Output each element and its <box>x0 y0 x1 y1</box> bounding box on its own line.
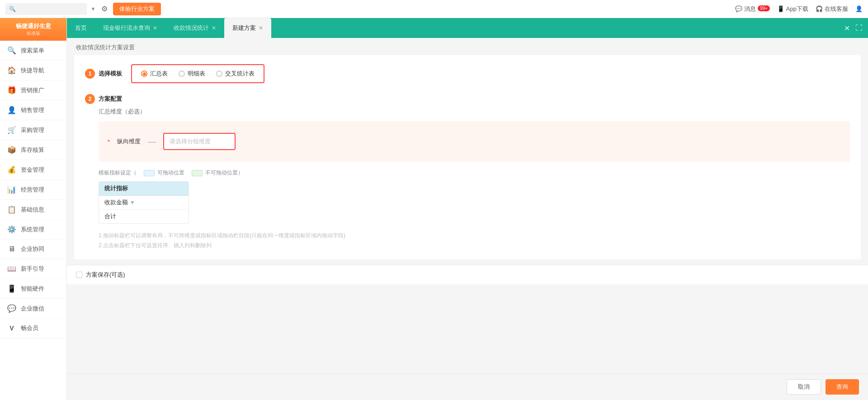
config-content: 汇总维度（必选） * 纵向维度 — 请选择分组维度 <box>85 108 850 250</box>
dropdown-arrow-icon[interactable]: ▼ <box>90 6 96 12</box>
close-icon[interactable]: ✕ <box>844 24 850 33</box>
not-movable-color-box <box>192 170 203 176</box>
radio-summary[interactable]: 汇总表 <box>141 70 168 78</box>
hardware-icon: 📱 <box>7 284 16 293</box>
tab-bar: 首页 现金银行流水查询 ✕ 收款情况统计 ✕ 新建方案 ✕ ✕ ⛶ <box>67 18 868 38</box>
tip2-text: 2.点击标题栏下拉可设置排序、插入列和删除列 <box>99 241 212 251</box>
content-area: 首页 现金银行流水查询 ✕ 收款情况统计 ✕ 新建方案 ✕ ✕ ⛶ 收款情况统计… <box>67 18 868 400</box>
member-icon: V <box>7 325 16 332</box>
sidebar-item-collab[interactable]: 🖥 企业协同 <box>0 240 66 259</box>
info-icon: 📋 <box>7 205 16 214</box>
message-icon: 💬 <box>735 5 742 12</box>
chart-icon: 📊 <box>7 185 16 194</box>
page-content: 收款情况统计方案设置 1 选择模板 汇总表 明细表 <box>67 38 868 373</box>
step2-row: 2 方案配置 <box>85 94 850 104</box>
radio-circle-cross[interactable] <box>216 71 222 77</box>
col-dropdown-icon[interactable]: ▼ <box>130 199 135 206</box>
step1-num: 1 <box>85 69 95 79</box>
sidebar-item-system[interactable]: ⚙️ 系统管理 <box>0 220 66 240</box>
step1-row: 1 选择模板 汇总表 明细表 交叉统计表 <box>85 64 850 83</box>
search-icon: 🔍 <box>9 6 16 12</box>
sidebar-item-guide[interactable]: 📖 新手引导 <box>0 259 66 279</box>
collab-icon: 🖥 <box>7 245 16 253</box>
movable-color-box <box>144 170 155 176</box>
sidebar-item-operation[interactable]: 📊 经营管理 <box>0 180 66 200</box>
logo: 畅捷通好生意 标准版 <box>0 18 66 41</box>
form-section: 1 选择模板 汇总表 明细表 交叉统计表 <box>74 55 861 259</box>
step2-label: 方案配置 <box>99 95 122 103</box>
stat-table-col-row[interactable]: 收款金额 ▼ <box>99 196 189 210</box>
user-icon: 👤 <box>855 5 863 12</box>
download-icon: 📱 <box>777 5 784 12</box>
home-icon: 🏠 <box>7 66 16 75</box>
gift-icon: 🎁 <box>7 86 16 94</box>
sidebar-item-member[interactable]: V 畅会员 <box>0 319 66 338</box>
stat-table-header: 统计指标 <box>99 182 189 196</box>
indicator-meta-row: 模板指标设定（ 可拖动位置 不可拖动位置） <box>99 169 850 177</box>
tab-bar-right: ✕ ⛶ <box>844 24 868 33</box>
tab-cash-flow[interactable]: 现金银行流水查询 ✕ <box>95 18 165 38</box>
tab-home[interactable]: 首页 <box>67 18 95 38</box>
search-icon: 🔍 <box>7 46 16 55</box>
tab-close-cash-flow[interactable]: ✕ <box>153 25 157 31</box>
sidebar-item-search[interactable]: 🔍 搜索菜单 <box>0 41 66 61</box>
indicator-section: 模板指标设定（ 可拖动位置 不可拖动位置） <box>99 169 850 250</box>
tab-new-plan[interactable]: 新建方案 ✕ <box>224 18 271 38</box>
query-button[interactable]: 查询 <box>826 379 859 395</box>
tip2-row: 2.点击标题栏下拉可设置排序、插入列和删除列 <box>99 241 850 251</box>
footer-bar: 取消 查询 <box>67 373 868 400</box>
tab-close-collection-stat[interactable]: ✕ <box>212 25 216 31</box>
sidebar-item-finance[interactable]: 💰 资金管理 <box>0 160 66 180</box>
dimension-field-label: 纵向维度 <box>117 137 141 146</box>
sidebar: 畅捷通好生意 标准版 🔍 搜索菜单 🏠 快捷导航 🎁 营销推广 👤 销售管理 🛒… <box>0 18 67 400</box>
sidebar-item-nav[interactable]: 🏠 快捷导航 <box>0 61 66 80</box>
tip1-text: 1.拖动标题栏可以调整布局，不可跨维度或指标区域拖动栏目段(只能在同一维度或指标… <box>99 231 345 241</box>
sidebar-item-basic[interactable]: 📋 基础信息 <box>0 200 66 220</box>
money-icon: 💰 <box>7 165 16 174</box>
user-avatar[interactable]: 👤 <box>855 5 863 12</box>
movable-badge: 可拖动位置 <box>144 169 184 177</box>
indicator-title-text: 模板指标设定（ <box>99 169 137 177</box>
tab-close-new-plan[interactable]: ✕ <box>259 25 263 31</box>
col-label-item: 收款金额 ▼ <box>104 198 135 207</box>
asterisk-icon: * <box>108 138 110 145</box>
sidebar-item-hardware[interactable]: 📱 智能硬件 <box>0 279 66 299</box>
main-layout: 畅捷通好生意 标准版 🔍 搜索菜单 🏠 快捷导航 🎁 营销推广 👤 销售管理 🛒… <box>0 18 868 400</box>
sidebar-item-wechat[interactable]: 💬 企业微信 <box>0 299 66 319</box>
sidebar-item-purchase[interactable]: 🛒 采购管理 <box>0 120 66 140</box>
service-icon: 🎧 <box>816 5 823 12</box>
dimension-select[interactable]: 请选择分组维度 <box>163 133 236 150</box>
dimension-row: * 纵向维度 — 请选择分组维度 <box>108 133 236 150</box>
message-item[interactable]: 💬 消息 99+ <box>735 5 770 13</box>
top-bar-right: 💬 消息 99+ 📱 App下载 🎧 在线客服 👤 <box>735 5 863 13</box>
box-icon: 📦 <box>7 146 16 154</box>
cart-icon: 🛒 <box>7 126 16 134</box>
guide-icon: 📖 <box>7 264 16 273</box>
search-box[interactable]: 🔍 <box>5 3 87 15</box>
save-checkbox[interactable] <box>76 272 82 278</box>
settings-icon: ⚙️ <box>7 225 16 234</box>
save-label: 方案保存(可选) <box>86 271 125 279</box>
trial-button[interactable]: 体验行业方案 <box>113 3 161 15</box>
step2-num: 2 <box>85 94 95 104</box>
radio-cross[interactable]: 交叉统计表 <box>216 70 255 78</box>
radio-detail[interactable]: 明细表 <box>179 70 205 78</box>
gear-icon[interactable]: ⚙ <box>101 5 108 13</box>
download-item[interactable]: 📱 App下载 <box>777 5 808 13</box>
expand-icon[interactable]: ⛶ <box>855 24 863 32</box>
stat-table-sum-row: 合计 <box>99 210 189 223</box>
wechat-icon: 💬 <box>7 304 16 313</box>
save-row: 方案保存(可选) <box>67 265 868 284</box>
sidebar-item-inventory[interactable]: 📦 库存核算 <box>0 140 66 160</box>
sidebar-item-marketing[interactable]: 🎁 营销推广 <box>0 80 66 100</box>
sidebar-item-sales[interactable]: 👤 销售管理 <box>0 100 66 120</box>
cancel-button[interactable]: 取消 <box>787 379 821 395</box>
radio-circle-summary[interactable] <box>141 71 147 77</box>
service-item[interactable]: 🎧 在线客服 <box>816 5 848 13</box>
tip1-row: 1.拖动标题栏可以调整布局，不可跨维度或指标区域拖动栏目段(只能在同一维度或指标… <box>99 231 850 241</box>
tips-section: 1.拖动标题栏可以调整布局，不可跨维度或指标区域拖动栏目段(只能在同一维度或指标… <box>99 231 850 250</box>
radio-circle-detail[interactable] <box>179 71 185 77</box>
user-icon: 👤 <box>7 106 16 114</box>
stat-table: 统计指标 收款金额 ▼ 合计 <box>99 181 189 224</box>
tab-collection-stat[interactable]: 收款情况统计 ✕ <box>165 18 224 38</box>
